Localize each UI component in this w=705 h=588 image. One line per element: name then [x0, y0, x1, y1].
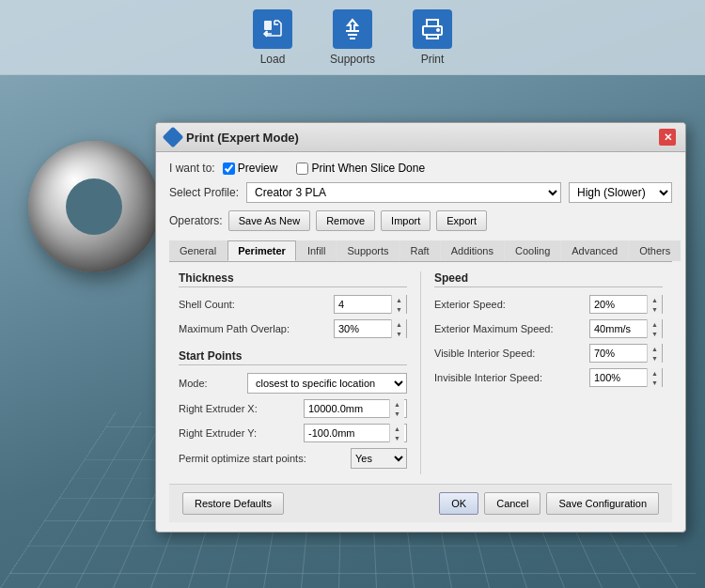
exterior-speed-input[interactable] — [590, 298, 647, 311]
permit-optimize-select[interactable]: Yes No — [351, 448, 407, 469]
restore-defaults-button[interactable]: Restore Defaults — [182, 492, 284, 515]
mode-row: Mode: closest to specific location — [179, 373, 407, 394]
toolbar-item-supports[interactable]: Supports — [330, 9, 375, 66]
right-extruder-x-label: Right Extruder X: — [179, 403, 258, 414]
preview-label: Preview — [238, 162, 278, 175]
max-path-overlap-spinner[interactable]: ▲ ▼ — [334, 319, 407, 338]
toolbar: Load Supports Print — [0, 0, 705, 75]
toolbar-item-load[interactable]: Load — [253, 9, 292, 66]
tab-raft[interactable]: Raft — [400, 240, 440, 261]
tab-supports[interactable]: Supports — [337, 240, 399, 261]
exterior-speed-arrows: ▲ ▼ — [647, 295, 662, 314]
exterior-max-input[interactable] — [590, 322, 647, 335]
tab-cooling[interactable]: Cooling — [505, 240, 560, 261]
supports-label: Supports — [330, 53, 375, 66]
right-extruder-y-up[interactable]: ▲ — [390, 424, 404, 433]
modal-body: I want to: Preview Print When Slice Done… — [156, 152, 685, 532]
exterior-max-spinner[interactable]: ▲ ▼ — [589, 319, 663, 338]
right-extruder-y-row: Right Extruder Y: ▲ ▼ — [179, 424, 407, 442]
mode-select[interactable]: closest to specific location — [247, 373, 407, 394]
invisible-interior-down[interactable]: ▼ — [648, 378, 662, 387]
right-extruder-y-spinner[interactable]: ▲ ▼ — [304, 424, 407, 442]
right-panel: Speed Exterior Speed: ▲ ▼ Exterior Maxim… — [421, 271, 663, 474]
visible-interior-up[interactable]: ▲ — [648, 344, 662, 353]
start-points-header: Start Points — [179, 349, 407, 365]
quality-select[interactable]: High (Slower) Medium Low (Faster) Custom — [569, 182, 672, 203]
shell-count-label: Shell Count: — [179, 299, 235, 310]
svg-point-2 — [437, 29, 439, 31]
tab-content: Thickness Shell Count: ▲ ▼ Maximum Path … — [169, 262, 672, 484]
right-extruder-x-up[interactable]: ▲ — [390, 399, 404, 409]
cancel-button[interactable]: Cancel — [484, 492, 540, 515]
modal-title-section: Print (Expert Mode) — [165, 130, 299, 145]
operators-label: Operators: — [169, 214, 223, 227]
print-when-done-label: Print When Slice Done — [311, 162, 425, 175]
right-extruder-x-arrows: ▲ ▼ — [389, 399, 404, 418]
exterior-speed-row: Exterior Speed: ▲ ▼ — [434, 295, 663, 314]
tab-perimeter[interactable]: Perimeter — [227, 240, 296, 261]
shell-count-input[interactable] — [335, 298, 391, 311]
select-profile-label: Select Profile: — [169, 186, 239, 199]
tab-infill[interactable]: Infill — [297, 240, 337, 261]
right-extruder-x-input[interactable] — [305, 402, 389, 415]
visible-interior-spinner[interactable]: ▲ ▼ — [589, 344, 663, 363]
tab-others[interactable]: Others — [629, 240, 681, 261]
tab-additions[interactable]: Additions — [441, 240, 504, 261]
exterior-max-up[interactable]: ▲ — [648, 319, 662, 329]
import-button[interactable]: Import — [381, 210, 431, 231]
right-extruder-x-down[interactable]: ▼ — [390, 409, 404, 418]
right-extruder-y-label: Right Extruder Y: — [179, 427, 257, 439]
save-configuration-button[interactable]: Save Configuration — [546, 492, 659, 515]
tab-advanced[interactable]: Advanced — [561, 240, 628, 261]
thickness-header: Thickness — [179, 271, 407, 287]
modal-title: Print (Expert Mode) — [186, 131, 299, 145]
load-label: Load — [260, 53, 286, 66]
remove-button[interactable]: Remove — [316, 210, 375, 231]
exterior-max-down[interactable]: ▼ — [648, 329, 662, 338]
export-button[interactable]: Export — [436, 210, 487, 231]
right-extruder-y-input[interactable] — [305, 426, 389, 440]
bottom-bar: Restore Defaults OK Cancel Save Configur… — [169, 484, 672, 522]
tab-general[interactable]: General — [169, 240, 227, 261]
shell-count-up[interactable]: ▲ — [392, 295, 406, 304]
exterior-speed-spinner[interactable]: ▲ ▼ — [589, 295, 663, 314]
right-extruder-x-row: Right Extruder X: ▲ ▼ — [179, 399, 407, 418]
visible-interior-row: Visible Interior Speed: ▲ ▼ — [434, 344, 663, 363]
max-path-overlap-label: Maximum Path Overlap: — [179, 323, 290, 334]
preview-checkbox-item[interactable]: Preview — [223, 162, 278, 175]
exterior-speed-up[interactable]: ▲ — [648, 295, 662, 304]
print-label: Print — [421, 53, 445, 66]
shell-count-spinner[interactable]: ▲ ▼ — [334, 295, 407, 314]
ring-hole — [66, 178, 122, 235]
right-extruder-x-spinner[interactable]: ▲ ▼ — [304, 399, 407, 418]
max-path-overlap-up[interactable]: ▲ — [392, 319, 406, 329]
exterior-speed-down[interactable]: ▼ — [648, 304, 662, 314]
visible-interior-arrows: ▲ ▼ — [647, 344, 662, 363]
exterior-max-label: Exterior Maximum Speed: — [434, 323, 554, 334]
right-extruder-y-down[interactable]: ▼ — [390, 433, 404, 442]
shell-count-down[interactable]: ▼ — [392, 304, 406, 314]
print-when-done-item[interactable]: Print When Slice Done — [296, 162, 425, 175]
operators-row: Operators: Save As New Remove Import Exp… — [169, 210, 672, 231]
max-path-overlap-row: Maximum Path Overlap: ▲ ▼ — [179, 319, 407, 338]
shell-count-row: Shell Count: ▲ ▼ — [179, 295, 407, 314]
visible-interior-down[interactable]: ▼ — [648, 353, 662, 363]
right-extruder-y-arrows: ▲ ▼ — [389, 424, 404, 442]
max-path-overlap-input[interactable] — [335, 322, 391, 335]
max-path-overlap-down[interactable]: ▼ — [392, 329, 406, 338]
invisible-interior-row: Invisible Interior Speed: ▲ ▼ — [434, 368, 663, 387]
ok-button[interactable]: OK — [439, 492, 478, 515]
print-icon — [413, 9, 452, 49]
modal-close-button[interactable]: ✕ — [659, 129, 676, 146]
invisible-interior-input[interactable] — [590, 371, 647, 384]
toolbar-item-print[interactable]: Print — [413, 9, 452, 66]
invisible-interior-up[interactable]: ▲ — [648, 368, 662, 378]
visible-interior-input[interactable] — [590, 347, 647, 360]
print-when-done-checkbox[interactable] — [296, 162, 308, 175]
save-as-new-button[interactable]: Save As New — [228, 210, 310, 231]
3d-ring — [28, 141, 160, 272]
preview-checkbox[interactable] — [223, 162, 235, 175]
invisible-interior-spinner[interactable]: ▲ ▼ — [589, 368, 663, 387]
profile-select[interactable]: Creator 3 PLA — [246, 182, 561, 203]
shell-count-arrows: ▲ ▼ — [391, 295, 406, 314]
